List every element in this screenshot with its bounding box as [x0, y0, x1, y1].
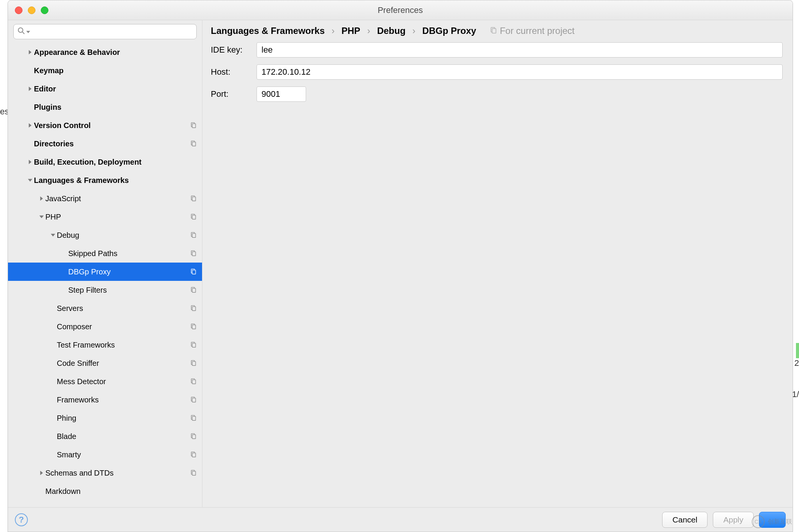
sidebar-item-mess-detector[interactable]: Mess Detector	[8, 372, 202, 391]
sidebar-item-label: Build, Execution, Deployment	[34, 158, 188, 167]
sidebar-item-schemas-and-dtds[interactable]: Schemas and DTDs	[8, 464, 202, 482]
svg-rect-11	[192, 234, 196, 238]
svg-rect-37	[192, 471, 196, 476]
sidebar-item-code-sniffer[interactable]: Code Sniffer	[8, 354, 202, 372]
svg-rect-7	[192, 197, 196, 201]
sidebar-item-dbgp-proxy[interactable]: DBGp Proxy	[8, 263, 202, 281]
maximize-icon[interactable]	[41, 6, 48, 14]
background-text-right: 2 1/	[792, 358, 799, 421]
port-label: Port:	[211, 89, 257, 99]
copy-icon	[188, 452, 198, 458]
copy-icon	[188, 269, 198, 275]
sidebar-item-label: Step Filters	[68, 286, 188, 295]
chevron-down-icon[interactable]	[49, 232, 57, 238]
sidebar-item-plugins[interactable]: Plugins	[8, 98, 202, 116]
chevron-down-icon[interactable]	[26, 178, 34, 183]
sidebar-item-label: Skipped Paths	[68, 249, 188, 258]
sidebar-item-servers[interactable]: Servers	[8, 299, 202, 317]
sidebar-item-label: Version Control	[34, 121, 188, 130]
breadcrumb-part[interactable]: Debug	[377, 26, 406, 36]
breadcrumb-part[interactable]: Languages & Frameworks	[211, 26, 325, 36]
background-green-strip	[796, 343, 799, 358]
sidebar-item-label: Mess Detector	[57, 377, 188, 386]
chevron-right-icon[interactable]	[26, 50, 34, 55]
chevron-down-icon[interactable]	[26, 27, 30, 36]
copy-icon	[188, 250, 198, 256]
sidebar-item-version-control[interactable]: Version Control	[8, 116, 202, 135]
search-field[interactable]	[13, 24, 197, 39]
sidebar-item-javascript[interactable]: JavaScript	[8, 189, 202, 208]
sidebar-item-label: Directories	[34, 139, 188, 148]
background-text-right-2: 1/	[792, 389, 799, 399]
search-icon	[18, 27, 25, 37]
settings-main-panel: Languages & Frameworks › PHP › Debug › D…	[202, 20, 793, 507]
chevron-right-icon[interactable]	[26, 159, 34, 165]
titlebar: Preferences	[8, 0, 793, 20]
svg-rect-39	[492, 29, 496, 33]
sidebar-item-label: Keymap	[34, 66, 188, 75]
chevron-right-icon: ›	[332, 26, 335, 36]
sidebar-item-debug[interactable]: Debug	[8, 226, 202, 244]
sidebar-item-markdown[interactable]: Markdown	[8, 482, 202, 500]
chevron-right-icon[interactable]	[38, 470, 45, 476]
settings-tree[interactable]: Appearance & BehaviorKeymapEditorPlugins…	[8, 43, 202, 507]
sidebar-item-step-filters[interactable]: Step Filters	[8, 281, 202, 299]
sidebar-item-directories[interactable]: Directories	[8, 135, 202, 153]
svg-rect-23	[192, 343, 196, 348]
form-row-host: Host:	[211, 64, 783, 80]
sidebar-item-keymap[interactable]: Keymap	[8, 61, 202, 80]
sidebar-item-build-execution-deployment[interactable]: Build, Execution, Deployment	[8, 153, 202, 171]
breadcrumb-part[interactable]: PHP	[342, 26, 360, 36]
breadcrumb-part: DBGp Proxy	[422, 26, 476, 36]
form-row-port: Port:	[211, 87, 783, 102]
sidebar-item-phing[interactable]: Phing	[8, 409, 202, 427]
sidebar-item-languages-frameworks[interactable]: Languages & Frameworks	[8, 171, 202, 189]
sidebar-item-label: Code Sniffer	[57, 359, 188, 368]
apply-button[interactable]: Apply	[713, 512, 754, 528]
svg-rect-13	[192, 252, 196, 256]
form-row-ide-key: IDE key:	[211, 42, 783, 58]
port-input[interactable]	[257, 87, 306, 102]
chevron-right-icon[interactable]	[26, 123, 34, 128]
copy-icon	[188, 342, 198, 348]
sidebar-item-appearance-behavior[interactable]: Appearance & Behavior	[8, 43, 202, 61]
copy-icon	[188, 195, 198, 202]
background-text-right-1: 2	[792, 358, 799, 368]
copy-icon	[188, 397, 198, 403]
minimize-icon[interactable]	[28, 6, 35, 14]
chevron-down-icon[interactable]	[38, 214, 45, 220]
chevron-right-icon[interactable]	[38, 196, 45, 201]
sidebar-item-composer[interactable]: Composer	[8, 317, 202, 336]
sidebar-item-editor[interactable]: Editor	[8, 80, 202, 98]
host-label: Host:	[211, 67, 257, 77]
sidebar-item-label: Editor	[34, 85, 188, 93]
host-input[interactable]	[257, 64, 783, 80]
copy-icon	[188, 122, 198, 128]
chevron-right-icon[interactable]	[26, 86, 34, 91]
window-title: Preferences	[8, 5, 793, 15]
svg-rect-9	[192, 215, 196, 220]
sidebar-item-label: Test Frameworks	[57, 341, 188, 349]
search-input[interactable]	[33, 27, 193, 36]
help-button[interactable]: ?	[15, 513, 28, 526]
sidebar-item-label: Frameworks	[57, 396, 188, 404]
copy-icon	[490, 26, 497, 36]
svg-rect-17	[192, 288, 196, 293]
close-icon[interactable]	[15, 6, 22, 14]
cancel-button[interactable]: Cancel	[662, 512, 708, 528]
sidebar-item-label: Smarty	[57, 450, 188, 459]
svg-rect-27	[192, 380, 196, 384]
sidebar-item-blade[interactable]: Blade	[8, 427, 202, 445]
sidebar-item-smarty[interactable]: Smarty	[8, 445, 202, 464]
sidebar-item-php[interactable]: PHP	[8, 208, 202, 226]
project-scope-hint-label: For current project	[500, 26, 574, 36]
sidebar-item-label: Servers	[57, 304, 188, 313]
sidebar-item-test-frameworks[interactable]: Test Frameworks	[8, 336, 202, 354]
sidebar-item-frameworks[interactable]: Frameworks	[8, 391, 202, 409]
search-wrap	[8, 20, 202, 43]
ide-key-input[interactable]	[257, 42, 783, 58]
sidebar-item-skipped-paths[interactable]: Skipped Paths	[8, 244, 202, 263]
svg-rect-5	[192, 142, 196, 146]
copy-icon	[188, 305, 198, 311]
sidebar-item-label: JavaScript	[45, 194, 188, 203]
